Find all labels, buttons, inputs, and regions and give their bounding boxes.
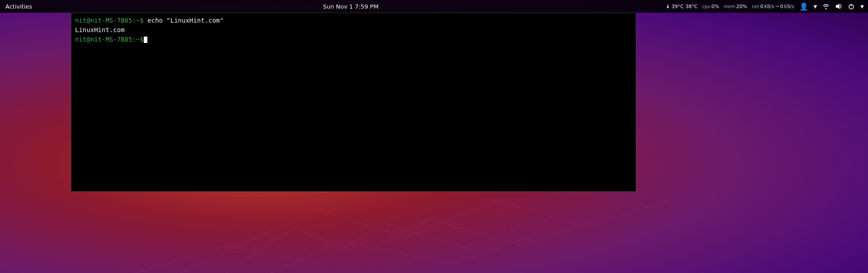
panel-right: 🌡 39°C 38°C cpu 0% mem 20% net 0 KB/s ~ … bbox=[664, 0, 868, 13]
terminal-cursor bbox=[144, 37, 147, 43]
power-icon[interactable] bbox=[845, 0, 857, 13]
temperature-indicator: 🌡 39°C 38°C bbox=[664, 0, 699, 13]
svg-line-19 bbox=[497, 201, 520, 246]
net-up-value: 0 bbox=[760, 4, 763, 9]
cpu-label: cpu bbox=[702, 4, 710, 9]
activities-button[interactable]: Activities bbox=[0, 0, 38, 13]
net-down-unit: KB/s bbox=[784, 4, 794, 9]
settings-dropdown-icon[interactable]: ▼ bbox=[858, 0, 866, 13]
net-label: net bbox=[752, 4, 759, 9]
svg-line-0 bbox=[181, 210, 316, 273]
terminal-line-2: LinuxHint.com bbox=[75, 25, 632, 35]
svg-line-6 bbox=[294, 228, 362, 255]
terminal-line-3: nit@nit-MS-7B85:~$ bbox=[75, 35, 632, 44]
svg-line-13 bbox=[136, 246, 226, 273]
svg-line-7 bbox=[362, 219, 429, 255]
svg-line-4 bbox=[588, 196, 678, 228]
terminal-line-1: nit@nit-MS-7B85:~$ echo "LinuxHint.com" bbox=[75, 16, 632, 25]
net-separator: ~ bbox=[775, 4, 779, 9]
panel-center: Sun Nov 1 7:59 PM bbox=[38, 3, 664, 10]
temp-icon: 🌡 bbox=[665, 4, 670, 9]
terminal-window[interactable]: nit@nit-MS-7B85:~$ echo "LinuxHint.com" … bbox=[71, 13, 636, 192]
tray-dropdown-icon[interactable]: ▼ bbox=[811, 0, 820, 13]
temperature-value: 39°C 38°C bbox=[671, 4, 698, 9]
svg-line-14 bbox=[226, 246, 316, 264]
svg-marker-20 bbox=[836, 4, 840, 9]
svg-line-12 bbox=[452, 232, 542, 264]
mem-indicator: mem 20% bbox=[722, 0, 749, 13]
top-panel: Activities Sun Nov 1 7:59 PM 🌡 39°C 38°C… bbox=[0, 0, 868, 13]
mem-value: 20% bbox=[736, 4, 747, 9]
svg-line-5 bbox=[226, 228, 294, 273]
terminal-prompt-2: nit@nit-MS-7B85 bbox=[75, 36, 132, 43]
svg-line-15 bbox=[316, 223, 384, 264]
cpu-value: 0% bbox=[711, 4, 719, 9]
datetime-display: Sun Nov 1 7:59 PM bbox=[323, 3, 378, 10]
svg-line-8 bbox=[429, 219, 520, 246]
terminal-prompt-suffix-2: :~$ bbox=[132, 36, 143, 43]
svg-line-2 bbox=[407, 201, 497, 237]
activities-label: Activities bbox=[5, 3, 32, 10]
net-down-value: 0 bbox=[780, 4, 783, 9]
svg-line-3 bbox=[497, 201, 588, 228]
tray-person-icon[interactable]: 👤 bbox=[797, 0, 811, 13]
svg-line-9 bbox=[520, 214, 610, 246]
svg-line-16 bbox=[384, 223, 475, 250]
mem-label: mem bbox=[724, 4, 736, 9]
terminal-content: nit@nit-MS-7B85:~$ echo "LinuxHint.com" … bbox=[71, 13, 636, 47]
net-indicator: net 0 KB/s ~ 0 KB/s bbox=[750, 0, 796, 13]
net-up-unit: KB/s bbox=[764, 4, 774, 9]
cpu-indicator: cpu 0% bbox=[700, 0, 721, 13]
terminal-command-1: echo "LinuxHint.com" bbox=[147, 17, 224, 24]
terminal-prompt-1: nit@nit-MS-7B85 bbox=[75, 17, 132, 24]
volume-icon[interactable] bbox=[833, 0, 844, 13]
terminal-prompt-suffix-1: :~$ bbox=[132, 17, 147, 24]
svg-line-18 bbox=[407, 219, 429, 237]
svg-line-1 bbox=[316, 210, 407, 237]
wifi-icon[interactable] bbox=[820, 0, 832, 13]
terminal-output-1: LinuxHint.com bbox=[75, 26, 125, 33]
